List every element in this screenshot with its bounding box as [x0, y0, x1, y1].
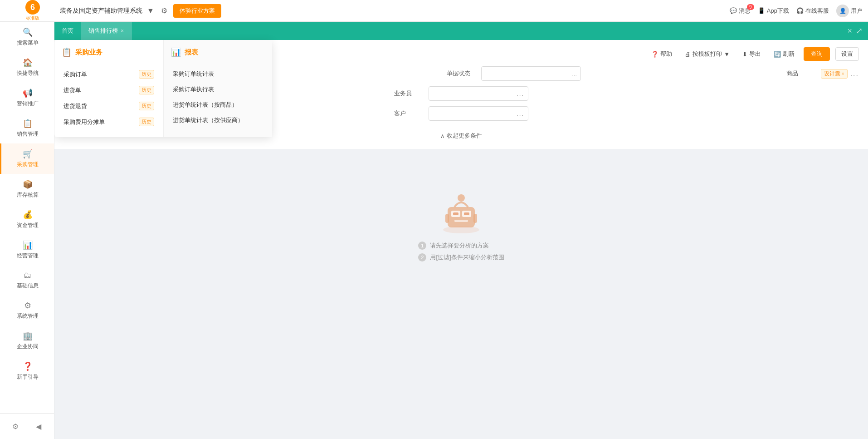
- doc-status-select[interactable]: ...: [481, 66, 581, 81]
- sidebar-item-label: 基础信息: [17, 282, 39, 290]
- dropdown-item-purchase-order-exec[interactable]: 采购订单执行表: [171, 82, 265, 97]
- sidebar-item-finance[interactable]: 💰 资金管理: [0, 204, 54, 235]
- product-tag: 设计囊 ×: [821, 69, 848, 79]
- product-more-dots[interactable]: ...: [850, 69, 859, 78]
- dropdown-item-goods-stats-by-supplier[interactable]: 进货单统计表（按供应商）: [171, 113, 265, 128]
- cooperation-icon: 🏢: [23, 331, 33, 341]
- dropdown-item-purchase-order[interactable]: 采购订单 历史: [62, 66, 156, 82]
- window-maximize-button[interactable]: ⤢: [856, 26, 863, 36]
- sidebar-item-search[interactable]: 🔍 搜索菜单: [0, 22, 54, 52]
- operations-icon: 📊: [23, 240, 33, 250]
- refresh-label: 刷新: [783, 50, 795, 58]
- step-2-num: 2: [418, 253, 426, 261]
- salesperson-dots: ...: [517, 90, 524, 97]
- header-middle: 装备及固定资产辅助管理系统 ▼ ⚙ 体验行业方案: [60, 4, 730, 18]
- sidebar-item-purchase[interactable]: 🛒 采购管理: [0, 143, 54, 174]
- app-download-button[interactable]: 📱 App下载: [758, 7, 789, 15]
- sidebar-item-inventory[interactable]: 📦 库存核算: [0, 174, 54, 204]
- user-button[interactable]: 👤 用户: [836, 5, 863, 17]
- query-button[interactable]: 查询: [804, 47, 830, 61]
- logo-area: 6 标准版: [5, 0, 60, 21]
- sidebar-item-cooperation[interactable]: 🏢 企业协同: [0, 326, 54, 356]
- logo-icon: 6: [25, 0, 40, 15]
- user-label: 用户: [851, 7, 863, 15]
- settings-button[interactable]: 设置: [835, 47, 859, 61]
- salesperson-select[interactable]: ...: [429, 86, 528, 101]
- home-icon: 🏠: [23, 58, 33, 68]
- tab-sales-ranking[interactable]: 销售排行榜 ×: [81, 22, 132, 40]
- refresh-button[interactable]: 🔄 刷新: [770, 48, 798, 60]
- empty-hint-2: 2 用[过滤]条件来缩小分析范围: [418, 253, 504, 261]
- export-label: 导出: [749, 50, 761, 58]
- help-button[interactable]: ❓ 帮助: [648, 48, 676, 60]
- hint2-text: 用[过滤]条件来缩小分析范围: [430, 253, 504, 261]
- header-dropdown-icon[interactable]: ▼: [146, 6, 155, 15]
- tab-home[interactable]: 首页: [54, 22, 81, 40]
- product-label: 商品: [786, 69, 814, 78]
- purchase-business-col: 📋 采购业务 采购订单 历史 进货单 历史 进货退货 历史: [54, 40, 163, 137]
- header-settings-icon[interactable]: ⚙: [159, 5, 170, 16]
- search-icon: 🔍: [23, 27, 33, 37]
- sidebar-item-label: 快捷导航: [17, 69, 39, 77]
- svg-rect-8: [473, 214, 477, 223]
- sidebar-item-system[interactable]: ⚙ 系统管理: [0, 295, 54, 326]
- tab-right-buttons: × ⤢: [842, 26, 868, 36]
- sidebar-item-label: 企业协同: [17, 343, 39, 350]
- svg-rect-1: [448, 207, 475, 227]
- sidebar-item-label: 营销推广: [17, 100, 39, 108]
- sidebar-item-label: 销售管理: [17, 130, 39, 138]
- sales-icon: 📋: [23, 118, 33, 128]
- dropdown-item-purchase-order-stats[interactable]: 采购订单统计表: [171, 66, 265, 82]
- sidebar-item-basic[interactable]: 🗂 基础信息: [0, 265, 54, 295]
- dropdown-item-goods-stats-by-product[interactable]: 进货单统计表（按商品）: [171, 97, 265, 113]
- history-badge: 历史: [139, 118, 154, 126]
- empty-hint-1: 1 请先选择要分析的方案: [418, 242, 504, 250]
- sidebar-settings-button[interactable]: ⚙: [8, 419, 23, 434]
- export-button[interactable]: ⬇ 导出: [739, 48, 765, 60]
- dropdown-item-label: 采购费用分摊单: [63, 118, 105, 126]
- print-dropdown-icon[interactable]: ▼: [724, 51, 730, 58]
- svg-rect-4: [453, 212, 458, 215]
- purchase-col-header: 📋 采购业务: [62, 47, 156, 61]
- tab-close-icon[interactable]: ×: [121, 28, 124, 34]
- report-col: 📊 报表 采购订单统计表 采购订单执行表 进货单统计表（按商品） 进货单统计表（…: [163, 40, 273, 137]
- sidebar-item-sales[interactable]: 📋 销售管理: [0, 113, 54, 143]
- window-close-button[interactable]: ×: [847, 26, 852, 36]
- doc-status-label: 单据状态: [447, 69, 474, 78]
- app-download-label: App下载: [767, 7, 789, 15]
- collapse-button[interactable]: ∧ 收起更多条件: [440, 132, 482, 140]
- print-button[interactable]: 🖨 按模板打印 ▼: [681, 48, 733, 60]
- product-tag-close[interactable]: ×: [842, 71, 844, 76]
- step-1-num: 1: [418, 242, 426, 250]
- sidebar-item-marketing[interactable]: 📢 营销推广: [0, 83, 54, 113]
- sidebar-bottom: ⚙ ◀: [0, 413, 54, 439]
- sidebar-item-label: 经营管理: [17, 252, 39, 260]
- sidebar-collapse-button[interactable]: ◀: [31, 419, 46, 434]
- sidebar-item-quicknav[interactable]: 🏠 快捷导航: [0, 52, 54, 83]
- industry-button[interactable]: 体验行业方案: [173, 4, 221, 18]
- dropdown-item-label: 进货退货: [63, 102, 87, 110]
- purchase-col-title: 采购业务: [75, 48, 102, 57]
- doc-status-dots: ...: [572, 70, 577, 77]
- tab-and-dropdown-container: 首页 销售排行榜 × × ⤢ 📋 采购业务: [54, 22, 868, 40]
- report-col-title: 报表: [185, 48, 198, 57]
- history-badge: 历史: [139, 102, 154, 110]
- marketing-icon: 📢: [23, 88, 33, 98]
- product-tag-text: 设计囊: [824, 70, 840, 78]
- purchase-dropdown-menu: 📋 采购业务 采购订单 历史 进货单 历史 进货退货 历史: [54, 40, 272, 137]
- dropdown-item-purchase-expense[interactable]: 采购费用分摊单 历史: [62, 114, 156, 130]
- online-service-button[interactable]: 🎧 在线客服: [796, 7, 829, 15]
- dropdown-item-goods-receipt[interactable]: 进货单 历史: [62, 82, 156, 98]
- message-button[interactable]: 💬 消息 9: [730, 7, 751, 15]
- headset-icon: 🎧: [796, 7, 804, 14]
- top-header: 6 标准版 装备及固定资产辅助管理系统 ▼ ⚙ 体验行业方案 💬 消息 9 📱 …: [0, 0, 868, 22]
- header-right: 💬 消息 9 📱 App下载 🎧 在线客服 👤 用户: [730, 5, 863, 17]
- sidebar-item-guide[interactable]: ❓ 新手引导: [0, 356, 54, 386]
- dropdown-item-goods-return[interactable]: 进货退货 历史: [62, 98, 156, 114]
- basic-icon: 🗂: [24, 271, 32, 280]
- sidebar-item-operations[interactable]: 📊 经营管理: [0, 235, 54, 265]
- logo-subtext: 标准版: [26, 15, 39, 21]
- customer-select[interactable]: ...: [429, 106, 528, 121]
- salesperson-label: 业务员: [394, 89, 421, 98]
- message-badge: 9: [747, 4, 754, 10]
